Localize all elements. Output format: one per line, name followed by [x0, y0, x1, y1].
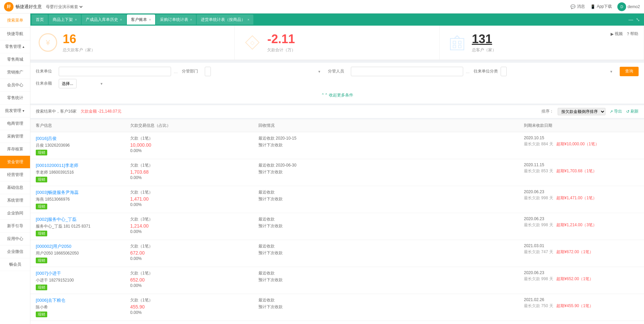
overdue-days-2: 最长欠款 998 天 超期¥1,471.00（1笔）	[524, 195, 639, 201]
debt-info-4: 欠款（1笔） 672.00 0.00%	[130, 243, 258, 261]
customer-name-6[interactable]: [0006]去下粮仓	[36, 297, 130, 303]
tab-close-warehouse[interactable]: ×	[120, 18, 122, 22]
source-unit-input[interactable]	[59, 67, 171, 76]
debt-count-2: 欠款（1笔）	[130, 189, 258, 195]
customer-name-5[interactable]: [0007]小进干	[36, 270, 130, 276]
tab-purchase-product-stats[interactable]: 进货单统计表（按商品） ×	[197, 14, 253, 25]
stat-value-debt: -2.11	[267, 32, 431, 46]
search-menu-btn[interactable]: 搜索菜单	[3, 16, 27, 25]
unit-class-select[interactable]	[501, 67, 507, 76]
video-icon: ▶	[611, 32, 614, 36]
overdue-text-1[interactable]: 超期¥1,703.68（1笔）	[556, 169, 597, 173]
help-btn[interactable]: ? 帮助	[627, 31, 638, 37]
customer-phone-6: 陈小希	[36, 304, 130, 310]
return-info-2: 最近收款 预计下次收款	[258, 189, 524, 203]
overdue-days-1: 最长欠款 853 天 超期¥1,703.68（1笔）	[524, 168, 639, 174]
sidebar-item-quick-nav[interactable]: 快捷导航	[0, 28, 30, 40]
customer-name-4[interactable]: [000002]用户2050	[36, 243, 130, 249]
svg-rect-5	[458, 41, 461, 44]
search-button[interactable]: 查询	[620, 67, 639, 76]
sidebar-item-wholesale[interactable]: 批发管理 ▼	[0, 105, 30, 117]
debt-ratio-1: 0.00%	[130, 175, 258, 180]
sidebar-item-marketing[interactable]: 营销推广	[0, 66, 30, 79]
return-last-0: 最近收款 2020-10-15	[258, 136, 524, 141]
tab-product-onoff[interactable]: 商品上下架 ×	[49, 14, 81, 25]
table-row: [00010200011]李老师 李老师 18600391516 现销 欠款（1…	[30, 159, 644, 186]
minimize-icon[interactable]: —	[628, 17, 633, 22]
tab-close-customer[interactable]: ×	[149, 18, 151, 22]
sidebar-item-inventory[interactable]: 库存核算	[0, 143, 30, 156]
overdue-text-5[interactable]: 超期¥652.00（1笔）	[556, 276, 593, 281]
debt-ratio-2: 0.00%	[130, 202, 258, 207]
sidebar-item-system[interactable]: 系统管理	[0, 194, 30, 207]
customer-tag-3: 现销	[36, 231, 47, 236]
tab-customer-ledger[interactable]: 客户账本 ×	[127, 14, 155, 25]
store-select[interactable]: 母婴行业演示账套	[45, 4, 84, 9]
customer-name-0[interactable]: [0016]吕俊	[36, 136, 130, 142]
return-info-3: 最近收款 预计下次收款	[258, 216, 524, 230]
dept-select[interactable]	[205, 67, 211, 76]
user-menu[interactable]: D demo2	[617, 2, 640, 11]
sidebar-item-member[interactable]: 会员中心	[0, 79, 30, 92]
unit-class-select-wrap	[501, 67, 616, 76]
debt-amount-4: 672.00	[130, 250, 258, 256]
app-download-btn[interactable]: 📱 App下载	[590, 4, 612, 9]
person-input[interactable]	[351, 67, 463, 76]
export-btn[interactable]: ↗ 导出	[610, 109, 622, 114]
tab-warehouse-history[interactable]: 产成品入库单历史 ×	[82, 14, 126, 25]
sort-select[interactable]: 按欠款金额倒序排序	[558, 108, 606, 115]
table-row: [0006]去下粮仓 陈小希 现销 欠款（1笔） 455.90 0.00% 最近…	[30, 294, 644, 321]
sidebar-item-finance[interactable]: 资金管理	[0, 156, 30, 169]
top-bar-right: 💬 消息 📱 App下载 D demo2	[570, 2, 640, 11]
stat-info-debt: -2.11 欠款合计（万）	[267, 32, 431, 53]
overdue-text-3[interactable]: 超期¥1,214.00（3笔）	[556, 223, 597, 227]
overdue-text-6[interactable]: 超期¥455.90（1笔）	[556, 303, 593, 308]
tab-close-purchase-product[interactable]: ×	[247, 18, 249, 22]
due-date-0: 2020.10.15	[524, 136, 639, 140]
balance-select[interactable]: 选择...	[59, 79, 77, 88]
customer-phone-3: 服务中心_丁磊 181 0125 8371	[36, 224, 130, 229]
customer-tag-4: 现销	[36, 258, 47, 263]
sidebar-item-enterprise[interactable]: 企业协同	[0, 207, 30, 220]
video-btn[interactable]: ▶ 视频	[611, 31, 623, 37]
customer-name-2[interactable]: [0003]畅捷服务尹海蕊	[36, 189, 130, 196]
due-date-4: 2021.03.01	[524, 243, 639, 248]
tab-close-purchase[interactable]: ×	[190, 18, 192, 22]
customer-tag-2: 现销	[36, 204, 47, 209]
sidebar-item-member2[interactable]: 畅会员	[0, 258, 30, 271]
sidebar-item-basic-info[interactable]: 基础信息	[0, 181, 30, 194]
card-actions: ▶ 视频 ? 帮助	[611, 31, 638, 37]
sidebar-item-retail-mall[interactable]: 零售商城	[0, 53, 30, 66]
sidebar-item-app-center[interactable]: 应用中心	[0, 233, 30, 245]
debt-count-6: 欠款（1笔）	[130, 297, 258, 303]
return-last-2: 最近收款	[258, 189, 524, 195]
svg-rect-3	[450, 38, 464, 50]
tab-close-product[interactable]: ×	[75, 18, 77, 22]
due-info-3: 2020.06.23 最长欠款 998 天 超期¥1,214.00（3笔）	[524, 216, 639, 228]
refresh-btn[interactable]: ↺ 刷新	[626, 109, 639, 114]
sidebar-item-retail-mgmt[interactable]: 零售管理 ▲	[0, 40, 30, 53]
arrow-down-icon2: ▼	[22, 109, 25, 113]
tab-home[interactable]: 首页	[32, 14, 48, 25]
customer-name-1[interactable]: [00010200011]李老师	[36, 163, 130, 169]
message-btn[interactable]: 💬 消息	[570, 4, 585, 9]
tab-purchase-stats[interactable]: 采购订单统计表 ×	[156, 14, 196, 25]
customer-name-3[interactable]: [0002]服务中心_丁磊	[36, 216, 130, 223]
collapse-bar[interactable]: ⌃⌃ 收起更多条件	[36, 91, 639, 99]
return-next-2: 预计下次收款	[258, 196, 524, 202]
sidebar-item-retail-stats[interactable]: 零售统计	[0, 92, 30, 105]
overdue-text-4[interactable]: 超期¥672.00（1笔）	[556, 249, 593, 254]
sidebar-item-operations[interactable]: 经营管理	[0, 169, 30, 181]
overdue-text-0[interactable]: 超期¥10,000.00（1笔）	[556, 142, 599, 146]
return-info-5: 最近收款 预计下次收款	[258, 270, 524, 284]
table-row: [000001]黄思源 黄思源 13552700226 现销 欠款（1笔） 42…	[30, 321, 644, 324]
maximize-icon[interactable]: ⤡	[636, 17, 640, 22]
overdue-text-2[interactable]: 超期¥1,471.00（1笔）	[556, 196, 597, 200]
sidebar-item-newbie[interactable]: 新手引导	[0, 220, 30, 233]
export-icon: ↗	[610, 109, 613, 114]
sidebar-item-wechat[interactable]: 企业微信	[0, 245, 30, 258]
sidebar-item-ecommerce[interactable]: 电商管理	[0, 117, 30, 130]
sidebar-item-purchase[interactable]: 采购管理	[0, 130, 30, 143]
due-info-0: 2020.10.15 最长欠款 884 天 超期¥10,000.00（1笔）	[524, 136, 639, 147]
return-next-0: 预计下次收款	[258, 142, 524, 148]
